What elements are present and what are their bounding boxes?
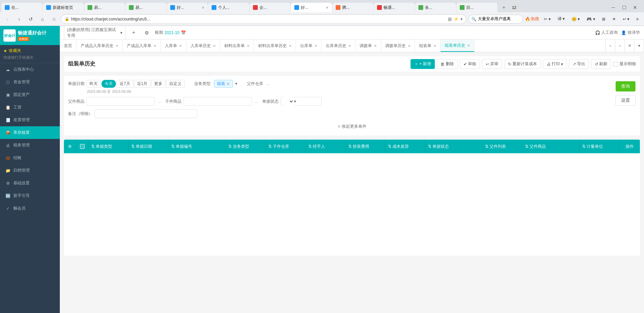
parent-goods-input[interactable]: [89, 99, 152, 104]
page-tab-close-out-order[interactable]: ✕: [314, 44, 317, 48]
page-tab-close-material-out[interactable]: ✕: [247, 44, 250, 48]
page-tab-in-order[interactable]: 入库单 ✕: [161, 40, 186, 52]
audit-btn[interactable]: ✔ 审核: [460, 59, 480, 69]
page-tab-assembly-in[interactable]: 产成品入库单 ✕: [123, 40, 161, 52]
parent-warehouse-more[interactable]: ...: [266, 81, 270, 86]
page-tab-material-out[interactable]: 材料出库单 ✕: [220, 40, 254, 52]
browser-tab-3[interactable]: 易...: [84, 3, 125, 12]
sidebar-item-fixed-asset[interactable]: ▣ 固定资产: [0, 88, 60, 101]
page-tab-close-assembly-in[interactable]: ✕: [153, 44, 156, 48]
th-cost-diff[interactable]: ⇅ 成本差异: [385, 140, 425, 153]
page-tab-close-in-history[interactable]: ✕: [213, 44, 216, 48]
back-btn[interactable]: ‹: [3, 14, 12, 24]
recalculate-btn[interactable]: ↻ 重新计算成本: [504, 59, 541, 69]
history-undo-btn[interactable]: ↩ ▾: [620, 16, 632, 23]
remark-input[interactable]: [97, 111, 195, 116]
today-btn[interactable]: 今天: [102, 80, 116, 88]
collapse-row[interactable]: ∧ 收起更多条件: [68, 122, 636, 131]
sidebar-item-cloud-report[interactable]: ☁ 云报表中心: [0, 63, 60, 76]
tab-arrow-right[interactable]: ›: [615, 40, 625, 52]
page-tab-kit-history[interactable]: 组装单历史 ✕: [441, 40, 474, 52]
browser-tab-12[interactable]: 目...: [456, 3, 497, 12]
browser-tab-8[interactable]: 好... ✕: [291, 3, 332, 12]
print-btn[interactable]: 🖨 打印 ▾: [543, 59, 567, 69]
sidebar-item-fund[interactable]: ⬡ 资金管理: [0, 76, 60, 88]
th-disassemble-fee[interactable]: ⇅ 拆装费用: [346, 140, 386, 153]
remark-input-wrapper[interactable]: [95, 109, 197, 118]
th-child-warehouse[interactable]: ⇅ 子件仓库: [266, 140, 306, 153]
bookmark-btn[interactable]: ☆: [49, 14, 59, 24]
browser-tab-1[interactable]: 在...: [1, 3, 42, 12]
th-checkbox-input[interactable]: [80, 144, 85, 149]
cut-btn[interactable]: ✂ ▾: [541, 16, 553, 23]
search-box[interactable]: 🔍 大量安卓用户逃离: [468, 15, 523, 24]
page-tab-close-kit-history[interactable]: ✕: [467, 44, 470, 47]
th-checkbox[interactable]: [76, 140, 89, 153]
child-goods-input-wrapper[interactable]: [184, 97, 252, 106]
sidebar-item-checkout[interactable]: 💼 结账: [0, 152, 60, 164]
sidebar-item-tax[interactable]: 🖨 税务管理: [0, 139, 60, 152]
child-goods-more[interactable]: ...: [255, 99, 258, 104]
page-tab-home[interactable]: 首页: [60, 40, 77, 52]
last7-btn[interactable]: 近7天: [117, 80, 133, 88]
home-btn[interactable]: ⌂: [38, 14, 47, 24]
filter-settings-btn[interactable]: 设置: [615, 95, 636, 106]
browser-tab-11[interactable]: 各...: [415, 3, 456, 12]
custom-btn[interactable]: 自定义: [166, 80, 185, 88]
th-business-type[interactable]: ⇅ 业务类型: [226, 140, 266, 153]
sidebar-item-member[interactable]: ✓ 畅会员: [0, 202, 60, 215]
business-type-dropdown[interactable]: ▾: [235, 81, 237, 86]
th-bill-no[interactable]: ⇅ 单据编号: [169, 140, 226, 153]
tab-arrow-menu[interactable]: ▾: [634, 40, 644, 52]
browser-tab-5[interactable]: 好... ✕: [167, 3, 208, 12]
minimize-btn[interactable]: ─: [608, 3, 618, 12]
game-btn[interactable]: 🎮 ▾: [584, 16, 598, 23]
sidebar-item-inventory[interactable]: 📦 库存核算: [0, 126, 60, 139]
parent-goods-input-wrapper[interactable]: [86, 97, 155, 106]
bill-status-select-wrapper[interactable]: ▾: [281, 97, 322, 106]
page-tab-material-out-history[interactable]: 材料出库单历史 ✕: [254, 40, 296, 52]
show-detail-wrapper[interactable]: 显示明细: [613, 61, 636, 67]
forward-btn[interactable]: ›: [14, 14, 24, 24]
yesterday-btn[interactable]: 昨天: [86, 80, 101, 88]
browser-tab-close-8[interactable]: ✕: [326, 6, 328, 10]
delete-btn[interactable]: 🗑 删除: [437, 59, 458, 69]
page-tab-in-history[interactable]: 入库单历史 ✕: [186, 40, 220, 52]
page-tab-close-adjust[interactable]: ✕: [374, 44, 377, 48]
business-type-tag-close[interactable]: ✕: [226, 82, 230, 86]
browser-tab-10[interactable]: 畅通...: [374, 3, 415, 12]
add-company-btn[interactable]: ＋: [129, 28, 138, 38]
emoji-btn[interactable]: 😊 ▾: [569, 16, 582, 23]
dropdown-icon[interactable]: ▾: [460, 17, 462, 22]
page-tab-kit[interactable]: 组装单 ✕: [415, 40, 441, 52]
service-btn[interactable]: 🎧 人工咨询: [595, 30, 618, 35]
tab-arrow-close[interactable]: ✕: [625, 40, 634, 52]
browser-tab-9[interactable]: 腾...: [332, 3, 373, 12]
address-bar[interactable]: 🔒 https://cloud.chanjet.com/accounting/u…: [61, 14, 466, 24]
grid-btn[interactable]: ⊞: [599, 16, 608, 23]
translate-btn[interactable]: 译 ▾: [555, 15, 567, 23]
sidebar-item-guide[interactable]: 🆕 新手引导: [0, 189, 60, 202]
brightness-btn[interactable]: ☀: [609, 16, 619, 23]
last1m-btn[interactable]: 近1月: [134, 80, 151, 88]
page-tab-adjust-history[interactable]: 调拨单历史 ✕: [381, 40, 415, 52]
refresh-btn[interactable]: ↺ 刷新: [591, 59, 611, 69]
page-tab-close-out-history[interactable]: ✕: [348, 44, 351, 48]
qr-icon[interactable]: ⊞: [448, 16, 452, 22]
th-bill-type[interactable]: ⇅ 单据类型: [89, 140, 129, 153]
new-bill-btn[interactable]: ＋ + 新增: [411, 59, 435, 69]
new-tab-btn[interactable]: ＋: [499, 3, 509, 12]
close-btn[interactable]: ✕: [630, 3, 640, 12]
export-btn[interactable]: ↗ 导出: [569, 59, 589, 69]
calendar-icon[interactable]: 📅: [181, 30, 186, 35]
page-tab-close-in-order[interactable]: ✕: [179, 44, 182, 48]
sidebar-item-basic-settings[interactable]: ⚙ 基础设置: [0, 177, 60, 189]
th-parent-list[interactable]: ⇅ 父件列表: [482, 140, 522, 153]
sidebar-favorites[interactable]: ★ 收藏夹 快捷键打开收藏夹: [0, 45, 60, 63]
table-settings-icon[interactable]: ⚙: [68, 144, 72, 149]
child-goods-input[interactable]: [186, 99, 250, 104]
page-tab-close-material-out-history[interactable]: ✕: [289, 44, 292, 48]
th-parent-goods[interactable]: ⇅ 父件商品: [522, 140, 579, 153]
th-handler[interactable]: ⇅ 经手人: [306, 140, 346, 153]
sidebar-item-salary[interactable]: 📋 工资: [0, 101, 60, 114]
